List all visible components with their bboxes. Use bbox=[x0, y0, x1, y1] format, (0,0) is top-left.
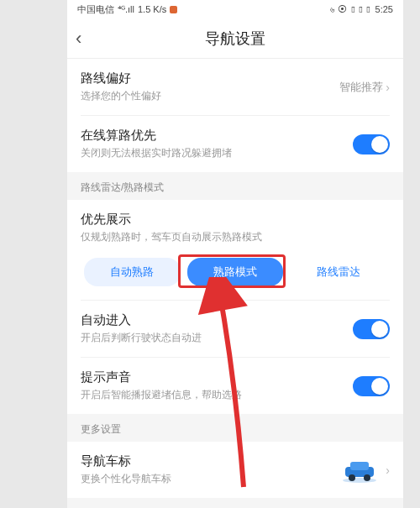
net-speed: 1.5 K/s bbox=[138, 4, 166, 14]
online-calc-toggle[interactable] bbox=[353, 134, 390, 154]
svg-point-0 bbox=[343, 478, 376, 483]
section-basic: 路线偏好 选择您的个性偏好 智能推荐 › 在线算路优先 关闭则无法根据实时路况躲… bbox=[67, 59, 403, 172]
seg-route-radar[interactable]: 路线雷达 bbox=[290, 258, 386, 286]
online-calc-title: 在线算路优先 bbox=[81, 128, 353, 144]
signal-icon: ⁴ᴳ.ıll bbox=[118, 4, 134, 15]
route-pref-value: 智能推荐 bbox=[339, 80, 383, 95]
phone-frame: 中国电信 ⁴ᴳ.ıll 1.5 K/s ৬ ⦿ ▯▯▯ 5:25 ‹ 导航设置 … bbox=[67, 0, 403, 508]
clock: 5:25 bbox=[375, 4, 393, 14]
row-route-preference[interactable]: 路线偏好 选择您的个性偏好 智能推荐 › bbox=[67, 59, 403, 115]
row-online-calc: 在线算路优先 关闭则无法根据实时路况躲避拥堵 bbox=[67, 116, 403, 172]
hint-sound-sub: 开启后智能播报避堵信息，帮助选路 bbox=[81, 388, 353, 402]
page-title: 导航设置 bbox=[205, 29, 265, 49]
chevron-right-icon: › bbox=[386, 463, 390, 477]
section-more: 导航车标 更换个性化导航车标 › bbox=[67, 442, 403, 498]
nav-header: ‹ 导航设置 bbox=[67, 18, 403, 59]
route-pref-sub: 选择您的个性偏好 bbox=[81, 89, 339, 103]
nav-car-title: 导航车标 bbox=[81, 453, 339, 469]
section-header-more: 更多设置 bbox=[67, 414, 403, 442]
section-header-radar: 路线雷达/熟路模式 bbox=[67, 172, 403, 200]
back-icon[interactable]: ‹ bbox=[76, 28, 81, 50]
auto-enter-title: 自动进入 bbox=[81, 312, 353, 328]
carrier-label: 中国电信 bbox=[77, 3, 114, 16]
hint-sound-toggle[interactable] bbox=[353, 376, 390, 396]
svg-point-3 bbox=[349, 474, 355, 481]
priority-title: 优先展示 bbox=[81, 212, 390, 228]
auto-enter-sub: 开启后判断行驶状态自动进 bbox=[81, 331, 353, 345]
priority-sub: 仅规划熟路时，驾车页自动展示熟路模式 bbox=[81, 230, 390, 244]
status-bar: 中国电信 ⁴ᴳ.ıll 1.5 K/s ৬ ⦿ ▯▯▯ 5:25 bbox=[67, 0, 403, 18]
svg-rect-2 bbox=[350, 462, 369, 470]
section-radar: 优先展示 仅规划熟路时，驾车页自动展示熟路模式 自动熟路 熟路模式 路线雷达 自… bbox=[67, 200, 403, 414]
route-pref-title: 路线偏好 bbox=[81, 71, 339, 86]
svg-point-4 bbox=[364, 474, 370, 481]
row-nav-car-icon[interactable]: 导航车标 更换个性化导航车标 › bbox=[67, 442, 403, 498]
row-auto-enter: 自动进入 开启后判断行驶状态自动进 bbox=[67, 301, 403, 357]
seg-auto-familiar[interactable]: 自动熟路 bbox=[84, 258, 181, 286]
online-calc-sub: 关闭则无法根据实时路况躲避拥堵 bbox=[81, 146, 353, 160]
car-icon bbox=[339, 457, 381, 484]
seg-familiar-mode[interactable]: 熟路模式 bbox=[187, 258, 284, 286]
row-priority-display: 优先展示 仅规划熟路时，驾车页自动展示熟路模式 bbox=[67, 200, 403, 248]
status-icons: ৬ ⦿ ▯▯▯ bbox=[330, 4, 371, 15]
nav-car-sub: 更换个性化导航车标 bbox=[81, 472, 339, 486]
chevron-right-icon: › bbox=[386, 81, 390, 94]
notification-dot-icon bbox=[170, 6, 177, 13]
row-hint-sound: 提示声音 开启后智能播报避堵信息，帮助选路 bbox=[67, 358, 403, 414]
auto-enter-toggle[interactable] bbox=[353, 319, 390, 339]
hint-sound-title: 提示声音 bbox=[81, 369, 353, 385]
segmented-control: 自动熟路 熟路模式 路线雷达 bbox=[81, 258, 390, 286]
